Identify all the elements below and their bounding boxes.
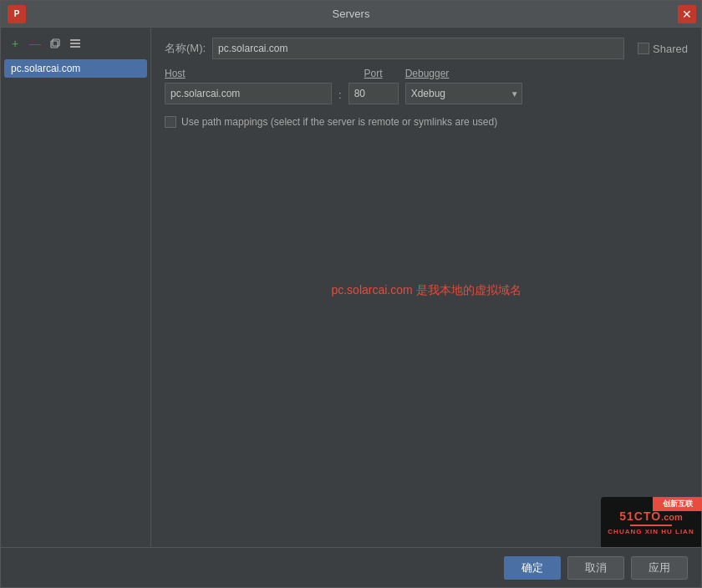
svg-rect-3 [70, 43, 80, 44]
watermark-icon: 创新互联 [653, 497, 702, 511]
svg-rect-4 [70, 46, 80, 48]
titlebar: P Servers ✕ [1, 1, 701, 28]
main-panel: 名称(M): Shared Host : Port [151, 28, 701, 547]
debugger-select-wrapper: Xdebug Zend Debugger ▼ [405, 83, 522, 104]
app-logo: P [8, 5, 26, 23]
name-label: 名称(M): [165, 41, 206, 56]
server-list-item[interactable]: pc.solarcai.com [4, 59, 147, 78]
host-label: Host [165, 68, 332, 79]
servers-dialog: P Servers ✕ + — [0, 0, 702, 588]
watermark: 51CTO .com CHUANG XIN HU LIAN 创新互联 [601, 497, 701, 547]
apply-button[interactable]: 应用 [631, 556, 688, 580]
port-colon: : [338, 72, 342, 101]
host-section: Host [165, 68, 332, 104]
port-section: Port [348, 68, 399, 104]
port-label: Port [364, 68, 383, 79]
footer: 确定 取消 应用 [1, 547, 701, 587]
debugger-section: Debugger Xdebug Zend Debugger ▼ [405, 68, 522, 104]
annotation-text: pc.solarcai.com 是我本地的虚拟域名 [331, 283, 521, 298]
svg-rect-1 [53, 39, 59, 46]
ok-button[interactable]: 确定 [504, 556, 561, 580]
shared-row: Shared [638, 43, 688, 55]
port-input[interactable] [348, 83, 399, 104]
watermark-logo-area: 创新互联 [653, 497, 702, 547]
connection-labels-row: Host : Port Debugger Xdebug Zend Debugge… [165, 68, 688, 104]
sidebar: + — pc.solarcai.com [1, 28, 151, 547]
add-server-button[interactable]: + [6, 34, 24, 53]
copy-server-button[interactable] [46, 34, 64, 53]
close-button[interactable]: ✕ [678, 5, 696, 23]
dialog-title: Servers [333, 8, 370, 20]
path-mapping-label: Use path mappings (select if the server … [181, 116, 497, 128]
svg-rect-0 [51, 41, 58, 48]
remove-server-button[interactable]: — [26, 34, 44, 53]
move-server-button[interactable] [66, 34, 84, 53]
host-input[interactable] [165, 83, 332, 104]
path-mapping-row: Use path mappings (select if the server … [165, 116, 688, 128]
name-row: 名称(M): Shared [165, 38, 688, 59]
shared-label: Shared [653, 43, 688, 55]
svg-rect-2 [70, 39, 80, 41]
content-area: + — pc.solarcai.com [1, 28, 701, 547]
cancel-button[interactable]: 取消 [567, 556, 624, 580]
path-mapping-checkbox[interactable] [165, 116, 176, 128]
sidebar-toolbar: + — [4, 33, 147, 54]
debugger-select[interactable]: Xdebug Zend Debugger [405, 83, 522, 104]
shared-checkbox[interactable] [638, 43, 649, 54]
debugger-label: Debugger [405, 68, 522, 79]
name-input[interactable] [212, 38, 624, 59]
